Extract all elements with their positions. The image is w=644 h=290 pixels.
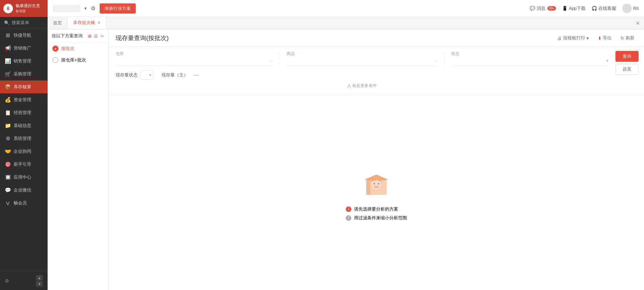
sidebar-item-member[interactable]: V 畅会员 [0,197,48,210]
topbar-dropdown-btn[interactable]: ▾ [84,6,87,11]
app-download-btn[interactable]: 📱 App下载 [562,5,586,12]
status-input[interactable] [451,58,606,63]
sidebar-item-apps[interactable]: 🔲 应用中心 [0,171,48,184]
collapse-icon: ⋀ [348,84,351,88]
warehouse-input-row: ··· [116,58,273,66]
inventory-qty-label: 现存量（主） [162,72,188,78]
status-dropdown-icon[interactable]: ▾ [606,58,609,63]
online-service-label: 在线客服 [598,5,616,12]
add-plan-btn[interactable]: ⊕ [88,33,92,39]
sidebar-item-wechat[interactable]: 💬 企业微信 [0,184,48,197]
empty-svg [359,164,393,198]
user-avatar [622,4,632,13]
scroll-down-btn[interactable]: ▼ [36,281,43,287]
settings-footer-btn[interactable]: ⚙ [5,278,9,284]
print-icon: 🖨 [557,36,562,41]
inventory-status-select[interactable] [140,70,153,79]
nav-icon: 🎯 [5,161,11,167]
collapse-label: 收起更多条件 [352,83,377,89]
messages-btn[interactable]: 💬 消息 99+ [530,5,556,12]
step-1-label: 请先选择要分析的方案 [354,206,398,212]
scroll-up-btn[interactable]: ▲ [36,275,43,280]
page-title: 现存量查询(按批次) [116,34,169,42]
app-download-label: App下载 [569,5,586,12]
nav-label: 资金管理 [14,97,31,103]
empty-step-1: 1 请先选择要分析的方案 [346,206,407,212]
online-service-btn[interactable]: 🎧 在线客服 [592,5,616,12]
warehouse-dots[interactable]: ··· [269,58,273,63]
nav-icon: 📢 [5,45,11,51]
print-dropdown-icon: ▾ [587,36,589,41]
user-profile[interactable]: Rit [622,4,639,13]
nav-label: 企业微信 [14,187,31,193]
action-buttons: 查询 设置 [615,47,644,95]
sidebar-item-marketing[interactable]: 📢 营销推广 [0,42,48,55]
tab-close-panel-btn[interactable]: ✕ [631,20,644,26]
warehouse-input[interactable] [116,58,269,63]
tab-inventory-batch[interactable]: 库存批次账 ✕ [68,17,106,29]
tabbar: 首页 库存批次账 ✕ ✕ [48,17,644,30]
filter-goods: 商品 ··· [280,51,444,66]
filter-section: 仓库 ··· 商品 ··· [109,47,644,95]
sidebar-item-guide[interactable]: 🎯 新手引导 [0,158,48,171]
plan-icon-warehouse-batch: ○ [52,57,58,63]
goods-dots[interactable]: ··· [434,58,437,63]
headset-icon: 🎧 [592,6,597,11]
nav-label: 快捷导航 [14,32,31,38]
sidebar-item-inventory[interactable]: 📦 库存核算 [0,80,48,93]
nav-icon: 🛒 [5,71,11,77]
nav-label: 畅会员 [14,200,27,206]
sidebar-item-sales[interactable]: 📊 销售管理 [0,55,48,68]
collapse-panel-btn[interactable]: ≫ [100,34,104,38]
sidebar-item-quick-nav[interactable]: ⊞ 快捷导航 [0,29,48,42]
nav-label: 新手引导 [14,161,31,167]
tab-close-btn[interactable]: ✕ [97,20,101,25]
right-panel: 现存量查询(按批次) 🖨 按模板打印 ▾ ⬇ 导出 ↻ [109,30,644,290]
sidebar-item-system[interactable]: ⚙ 系统管理 [0,132,48,145]
left-panel-title: 按以下方案查询 [52,33,83,39]
sidebar-item-enterprise[interactable]: 🤝 企业协同 [0,145,48,158]
main-area: ▾ ⚙ 体验行业方案 💬 消息 99+ 📱 App下载 🎧 在线客服 Rit [48,0,644,290]
sidebar-item-operations[interactable]: 📋 经营管理 [0,106,48,119]
topbar-right: 💬 消息 99+ 📱 App下载 🎧 在线客服 Rit [530,4,639,13]
status-label: 状态 [451,51,609,57]
tab-home[interactable]: 首页 [48,17,68,29]
inventory-qty-dash: — [191,72,202,78]
topbar-left: ▾ ⚙ 体验行业方案 [53,3,136,14]
collapse-more-btn[interactable]: ⋀ 收起更多条件 [116,81,609,91]
tab-home-label: 首页 [53,20,62,26]
nav-icon: 📁 [5,123,11,129]
inventory-status-select-wrapper: ▾ [140,70,153,79]
sidebar: 6 畅康通好生意 标准版 🔍 搜索菜单 ⊞ 快捷导航 📢 营销推广 📊 销售管理… [0,0,48,290]
nav-label: 企业协同 [14,148,31,155]
goods-input[interactable] [287,58,433,63]
notification-badge: 99+ [547,6,556,11]
nav-label: 库存核算 [14,84,31,90]
refresh-btn[interactable]: ↻ 刷新 [618,34,637,42]
filter-inventory-status: 现存量状态 ▾ [116,70,153,79]
export-btn[interactable]: ⬇ 导出 [595,34,614,42]
experience-btn[interactable]: 体验行业方案 [100,3,136,14]
sidebar-item-finance[interactable]: 💰 资金管理 [0,93,48,106]
query-btn[interactable]: 查询 [615,51,639,62]
sidebar-item-purchase[interactable]: 🛒 采购管理 [0,68,48,80]
settings-action-btn[interactable]: 设置 [615,64,639,75]
empty-state: 1 请先选择要分析的方案 2 用过滤条件来缩小分析范围 [109,95,644,290]
edit-plan-btn[interactable]: ⊙ [94,33,98,39]
search-menu[interactable]: 🔍 搜索菜单 [0,17,48,29]
sidebar-item-basics[interactable]: 📁 基础信息 [0,119,48,132]
print-btn[interactable]: 🖨 按模板打印 ▾ [555,34,592,42]
nav-label: 营销推广 [14,45,31,51]
step-num-2: 2 [346,215,351,221]
plan-item-warehouse-batch[interactable]: ○ 按仓库+批次 [48,54,108,66]
inventory-status-label: 现存量状态 [116,72,138,78]
page-header: 现存量查询(按批次) 🖨 按模板打印 ▾ ⬇ 导出 ↻ [109,30,644,47]
topbar-settings-btn[interactable]: ⚙ [91,5,96,12]
refresh-label: 刷新 [626,35,634,41]
plan-icon-batch: ● [52,46,58,52]
nav-icon: ⊞ [5,32,11,38]
filter-top-row: 仓库 ··· 商品 ··· [116,51,609,66]
plan-item-batch[interactable]: ● 按批次 [48,43,108,54]
nav-icon: 💬 [5,187,11,193]
breadcrumb-input[interactable] [53,5,80,12]
